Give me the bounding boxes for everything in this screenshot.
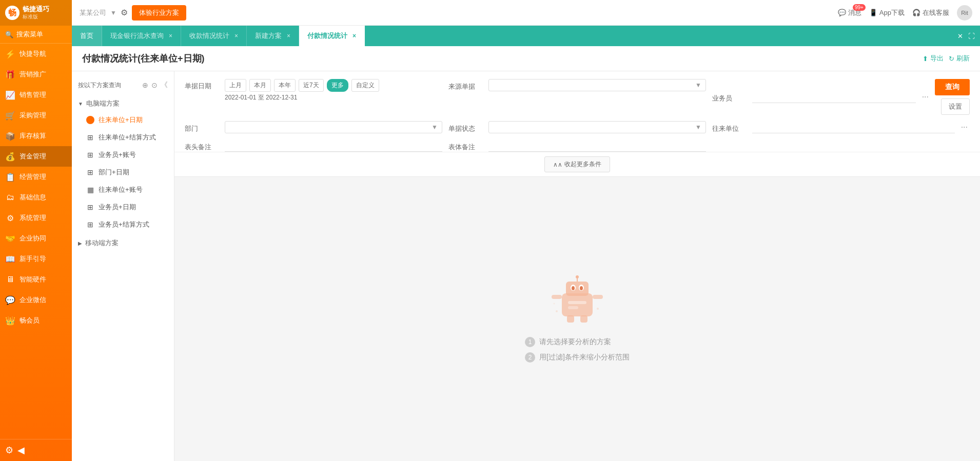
- tab-new-scheme[interactable]: 新建方案 ×: [247, 26, 299, 46]
- hardware-icon: 🖥: [5, 274, 15, 285]
- window-close-icon[interactable]: ✕: [957, 32, 963, 40]
- search-label: 搜索菜单: [16, 30, 43, 39]
- sidebar-item-sales[interactable]: 📈 销售管理: [0, 85, 72, 105]
- date-shortcut-more[interactable]: 更多: [327, 79, 348, 92]
- scheme-group-mobile[interactable]: ▶ 移动端方案: [72, 235, 174, 251]
- tab-new-scheme-close[interactable]: ×: [287, 32, 290, 39]
- query-btn[interactable]: 查询: [935, 79, 970, 95]
- sidebar-item-inventory[interactable]: 📦 库存核算: [0, 126, 72, 146]
- scheme-add-btn[interactable]: ⊕: [142, 81, 148, 89]
- empty-message-2: 2 用[过滤]条件来缩小分析范围: [525, 352, 630, 363]
- scheme-active-icon: [86, 116, 94, 124]
- svg-rect-11: [568, 306, 578, 309]
- tab-payable-close[interactable]: ×: [352, 32, 356, 39]
- filter-head-note-input[interactable]: [225, 139, 442, 152]
- sidebar-item-corp[interactable]: 🤝 企业协同: [0, 228, 72, 249]
- sidebar-item-finance[interactable]: 💰 资金管理: [0, 146, 72, 167]
- topbar-avatar[interactable]: Rit: [957, 5, 972, 21]
- filter-body-note-input[interactable]: [488, 139, 706, 152]
- settings-btn[interactable]: 设置: [941, 98, 970, 115]
- scheme-settings-btn[interactable]: ⊙: [151, 81, 158, 89]
- tab-receivable[interactable]: 收款情况统计 ×: [181, 26, 247, 46]
- topbar-notifications[interactable]: 💬 消息 99+: [838, 8, 861, 17]
- sidebar-item-operation[interactable]: 📋 经营管理: [0, 167, 72, 187]
- topbar-app-download[interactable]: 📱 App下载: [869, 8, 905, 17]
- search-icon: 🔍: [5, 31, 13, 38]
- filter-dept-select[interactable]: ▼: [225, 121, 442, 133]
- sidebar-item-system[interactable]: ⚙ 系统管理: [0, 208, 72, 228]
- date-shortcut-7days[interactable]: 近7天: [299, 79, 324, 92]
- logo-name: 畅捷通巧: [23, 5, 49, 13]
- date-shortcut-last-month[interactable]: 上月: [225, 79, 246, 92]
- export-label: 导出: [930, 54, 944, 63]
- filter-partner-label: 往来单位: [712, 121, 748, 133]
- sidebar-item-wechat[interactable]: 💬 企业微信: [0, 290, 72, 310]
- headset-icon: 🎧: [912, 9, 920, 16]
- collapse-icon: ∧∧: [553, 161, 562, 168]
- tab-receivable-label: 收款情况统计: [189, 31, 229, 41]
- window-maximize-icon[interactable]: ⛶: [968, 32, 975, 40]
- sidebar-collapse-btn[interactable]: ◀: [17, 445, 25, 456]
- scheme-item-5[interactable]: ⊞ 业务员+日期: [72, 198, 174, 216]
- date-shortcut-this-year[interactable]: 本年: [274, 79, 296, 92]
- scheme-item-label-4: 往来单位+账号: [99, 185, 143, 194]
- scheme-item-label-6: 业务员+结算方式: [99, 220, 149, 229]
- sidebar-item-marketing[interactable]: 🎁 营销推广: [0, 64, 72, 85]
- quick-nav-icon: ⚡: [5, 49, 15, 59]
- scheme-table-icon-1: ⊞: [86, 133, 94, 142]
- collapse-btn[interactable]: ∧∧ 收起更多条件: [544, 156, 610, 172]
- refresh-btn[interactable]: ↻ 刷新: [949, 54, 970, 63]
- scheme-item-1[interactable]: ⊞ 往来单位+结算方式: [72, 129, 174, 146]
- scheme-item-label-0: 往来单位+日期: [99, 115, 143, 125]
- svg-rect-12: [567, 315, 574, 323]
- sidebar-item-member[interactable]: 👑 畅会员: [0, 310, 72, 331]
- scheme-item-label-2: 业务员+账号: [99, 150, 136, 159]
- scheme-item-2[interactable]: ⊞ 业务员+账号: [72, 146, 174, 164]
- scheme-item-label-3: 部门+日期: [99, 168, 129, 177]
- filter-partner-dots[interactable]: ···: [959, 123, 970, 132]
- sidebar-item-quick-nav[interactable]: ⚡ 快捷导航: [0, 44, 72, 64]
- logo-badge: 标准版: [23, 13, 49, 21]
- scheme-item-4[interactable]: ▦ 往来单位+账号: [72, 181, 174, 198]
- topbar-settings-icon[interactable]: ⚙: [121, 8, 128, 17]
- filter-salesperson-dots[interactable]: ···: [920, 92, 931, 102]
- scheme-collapse-btn[interactable]: 《: [161, 81, 168, 90]
- sidebar-item-purchase[interactable]: 🛒 采购管理: [0, 105, 72, 126]
- filter-status-arrow: ▼: [695, 124, 701, 131]
- svg-point-5: [580, 286, 583, 290]
- filter-status-select[interactable]: ▼: [488, 121, 706, 133]
- filter-source-select[interactable]: ▼: [488, 79, 706, 91]
- tab-new-scheme-label: 新建方案: [255, 31, 282, 41]
- export-btn[interactable]: ⬆ 导出: [923, 54, 944, 63]
- sidebar-search[interactable]: 🔍 搜索菜单: [0, 26, 72, 44]
- tab-bank-flow-close[interactable]: ×: [169, 32, 172, 39]
- tab-home[interactable]: 首页: [72, 26, 102, 46]
- sidebar-item-basic[interactable]: 🗂 基础信息: [0, 187, 72, 208]
- right-panel: 单据日期 上月 本月 本年 近7天 更多 自定义: [174, 71, 980, 461]
- sidebar-item-guide[interactable]: 📖 新手引导: [0, 249, 72, 269]
- topbar-customer-service[interactable]: 🎧 在线客服: [912, 8, 949, 17]
- marketing-label: 营销推广: [19, 70, 46, 79]
- empty-state: 1 请先选择要分析的方案 2 用[过滤]条件来缩小分析范围: [525, 275, 630, 363]
- filter-partner-input[interactable]: [752, 121, 955, 133]
- tab-receivable-close[interactable]: ×: [234, 32, 238, 39]
- sidebar-logo: 畅 畅捷通巧 标准版: [0, 0, 72, 26]
- svg-rect-0: [562, 293, 593, 316]
- sidebar-settings-btn[interactable]: ⚙: [5, 445, 13, 456]
- scheme-table-icon-3: ⊞: [86, 168, 94, 176]
- filter-salesperson-label: 业务员: [712, 91, 748, 103]
- trial-btn[interactable]: 体验行业方案: [132, 5, 186, 21]
- sidebar-item-hardware[interactable]: 🖥 智能硬件: [0, 269, 72, 290]
- topbar-dropdown-arrow[interactable]: ▼: [110, 9, 116, 16]
- scheme-group-desktop-header[interactable]: ▼ 电脑端方案: [72, 96, 174, 111]
- tab-payable[interactable]: 付款情况统计 ×: [299, 26, 365, 46]
- filter-salesperson-input[interactable]: [752, 91, 916, 103]
- date-shortcut-custom[interactable]: 自定义: [351, 79, 379, 92]
- corp-label: 企业协同: [19, 234, 46, 243]
- tab-bank-flow[interactable]: 现金银行流水查询 ×: [102, 26, 181, 46]
- scheme-item-6[interactable]: ⊞ 业务员+结算方式: [72, 216, 174, 233]
- date-shortcut-this-month[interactable]: 本月: [249, 79, 271, 92]
- date-range-display: 2022-01-01 至 2022-12-31: [225, 92, 379, 104]
- scheme-item-3[interactable]: ⊞ 部门+日期: [72, 164, 174, 181]
- scheme-item-0[interactable]: 往来单位+日期: [72, 111, 174, 129]
